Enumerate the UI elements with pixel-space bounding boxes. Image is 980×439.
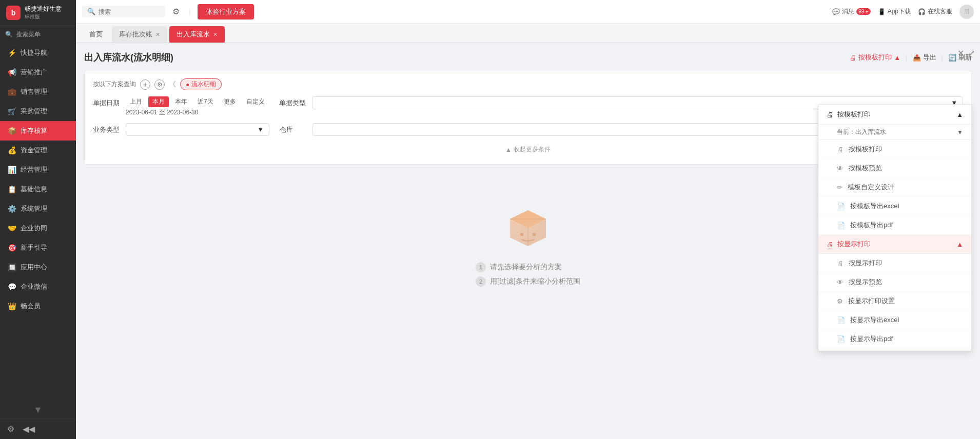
window-controls: ✕ ⤢ [957, 48, 975, 58]
display-print-header-icon: 🖨 [827, 241, 833, 248]
dp-display-pdf-icon: 📄 [837, 335, 845, 343]
dp-default-section[interactable]: ⭐ 设置默认功能 ▼ [818, 349, 971, 351]
collapse-sidebar-icon[interactable]: ◀◀ [23, 424, 35, 434]
current-arrow: ▼ [957, 129, 963, 136]
message-badge: 99 + [856, 8, 871, 15]
date-opt-current-month[interactable]: 本月 [148, 96, 169, 107]
sidebar-search[interactable]: 🔍 搜索菜单 [0, 26, 76, 43]
sidebar-item-marketing[interactable]: 📢 营销推广 [0, 63, 76, 82]
filter-add-button[interactable]: + [140, 79, 150, 90]
message-icon: 💬 [832, 8, 840, 15]
date-opt-current-year[interactable]: 本年 [171, 96, 191, 107]
message-button[interactable]: 💬 消息 99 + [832, 7, 871, 16]
dp-template-export-excel[interactable]: 📄 按模板导出excel [818, 197, 971, 216]
dp-display-export-excel[interactable]: 📄 按显示导出excel [818, 311, 971, 330]
dp-template-preview[interactable]: 👁 按模板预览 [818, 159, 971, 178]
business-type-select[interactable]: ▼ [126, 123, 269, 136]
dropdown-scroll: 🖨 按模板打印 ▲ 当前：出入库流水 ▼ 🖨 按模板打印 [818, 105, 971, 351]
sidebar-item-label: 系统管理 [21, 204, 47, 213]
print-dropdown-icon: ▲ [894, 54, 900, 62]
app-download-link[interactable]: 📱 App下载 [878, 7, 911, 16]
business-type-label: 业务类型 [93, 123, 122, 134]
search-label: 搜索菜单 [16, 30, 41, 39]
dp-display-export-pdf[interactable]: 📄 按显示导出pdf [818, 330, 971, 349]
svg-point-5 [533, 233, 536, 236]
display-print-section-header[interactable]: 🖨 按显示打印 ▲ [818, 235, 971, 254]
export-label: 导出 [923, 53, 936, 62]
print-dropdown-panel: 🖨 按模板打印 ▲ 当前：出入库流水 ▼ 🖨 按模板打印 [818, 104, 972, 351]
dp-display-print-icon: 🖨 [837, 260, 844, 267]
sidebar-scroll-down[interactable]: ▼ [33, 405, 43, 415]
app-download-icon: 📱 [878, 8, 886, 15]
sidebar-item-finance[interactable]: 💰 资金管理 [0, 141, 76, 160]
tab-inout-flow-close[interactable]: ✕ [213, 31, 218, 38]
app-name: 畅捷通好生意 [25, 5, 62, 13]
sidebar-item-wechat[interactable]: 💬 企业微信 [0, 277, 76, 296]
dp-template-export-pdf[interactable]: 📄 按模板导出pdf [818, 216, 971, 235]
sidebar-item-basic[interactable]: 📋 基础信息 [0, 179, 76, 199]
sidebar-item-inventory[interactable]: 📦 库存核算 [0, 121, 76, 141]
date-opt-custom[interactable]: 自定义 [242, 96, 269, 107]
header-search-input[interactable] [99, 8, 160, 15]
dp-template-preview-icon: 👁 [837, 165, 844, 172]
sidebar-item-system[interactable]: ⚙️ 系统管理 [0, 199, 76, 218]
template-print-label: 按模板打印 [858, 53, 892, 62]
empty-step-2: 2 用[过滤]条件来缩小分析范围 [476, 276, 580, 287]
tab-inout-flow[interactable]: 出入库流水 ✕ [169, 26, 225, 43]
dp-display-print-settings[interactable]: ⚙ 按显示打印设置 [818, 292, 971, 311]
dp-display-preview-icon: 👁 [837, 278, 844, 286]
header-search-box[interactable]: 🔍 [82, 6, 165, 17]
sidebar-item-member[interactable]: 👑 畅会员 [0, 296, 76, 316]
header: 🔍 ⚙ | 体验行业方案 💬 消息 99 + 📱 App下载 🎧 在线客服 用 [76, 0, 980, 24]
settings-icon[interactable]: ⚙ [7, 424, 14, 434]
operations-icon: 📊 [7, 166, 16, 174]
sidebar-item-app-center[interactable]: 🔲 应用中心 [0, 257, 76, 277]
dp-template-design[interactable]: ✏ 模板自定义设计 [818, 178, 971, 197]
sidebar-item-purchase[interactable]: 🛒 采购管理 [0, 102, 76, 121]
date-opt-more[interactable]: 更多 [220, 96, 240, 107]
dp-template-pdf-icon: 📄 [837, 222, 845, 229]
quick-nav-icon: ⚡ [7, 49, 16, 57]
tab-batch-ledger-close[interactable]: ✕ [155, 31, 160, 38]
filter-group-date: 单据日期 上月 本月 本年 近7天 更多 自定义 2023-06-01 至 20… [93, 96, 269, 117]
user-initials: 用 [964, 8, 969, 15]
template-print-section-header[interactable]: 🖨 按模板打印 ▲ [818, 105, 971, 125]
filter-collapse-icon[interactable]: 《 [169, 80, 176, 89]
sales-icon: 💼 [7, 88, 16, 96]
template-print-header-icon: 🖨 [827, 111, 833, 118]
tab-inout-flow-label: 出入库流水 [177, 30, 210, 39]
sidebar-item-operations[interactable]: 📊 经营管理 [0, 160, 76, 179]
purchase-icon: 🛒 [7, 107, 16, 115]
sidebar-item-label: 库存核算 [21, 126, 47, 135]
message-label: 消息 [842, 7, 854, 16]
sidebar-item-quick-nav[interactable]: ⚡ 快捷导航 [0, 43, 76, 63]
user-avatar[interactable]: 用 [959, 5, 974, 19]
doc-type-label: 单据类型 [279, 96, 308, 108]
expand-window-icon[interactable]: ⤢ [968, 48, 975, 58]
tab-batch-ledger-label: 库存批次账 [119, 30, 152, 39]
tab-home[interactable]: 首页 [82, 26, 110, 43]
dp-display-preview[interactable]: 👁 按显示预览 [818, 273, 971, 292]
export-icon: 📤 [913, 54, 921, 62]
filter-settings-button[interactable]: ⚙ [154, 79, 165, 90]
page-actions: 🖨 按模板打印 ▲ | 📤 导出 | 🔄 刷新 [850, 53, 972, 62]
date-opt-last-month[interactable]: 上月 [126, 96, 146, 107]
template-print-button[interactable]: 🖨 按模板打印 ▲ [850, 53, 900, 62]
sidebar-item-sales[interactable]: 💼 销售管理 [0, 82, 76, 102]
dp-display-print[interactable]: 🖨 按显示打印 [818, 254, 971, 273]
online-service-link[interactable]: 🎧 在线客服 [918, 7, 952, 16]
empty-steps-list: 1 请先选择要分析的方案 2 用[过滤]条件来缩小分析范围 [476, 262, 580, 287]
sidebar-item-guide[interactable]: 🎯 新手引导 [0, 238, 76, 257]
filter-active-tag[interactable]: ● 流水明细 [180, 78, 222, 90]
date-opt-7days[interactable]: 近7天 [193, 96, 218, 107]
empty-state-icon [502, 203, 554, 254]
dp-template-print[interactable]: 🖨 按模板打印 [818, 140, 971, 159]
sidebar-item-enterprise[interactable]: 🤝 企业协同 [0, 218, 76, 238]
close-window-icon[interactable]: ✕ [957, 48, 964, 58]
header-settings-icon[interactable]: ⚙ [170, 5, 182, 18]
export-button[interactable]: 📤 导出 [913, 53, 936, 62]
industry-solution-button[interactable]: 体验行业方案 [198, 4, 254, 19]
tab-batch-ledger[interactable]: 库存批次账 ✕ [112, 26, 167, 43]
filter-tag-icon: ● [186, 81, 189, 88]
basic-icon: 📋 [7, 185, 16, 193]
